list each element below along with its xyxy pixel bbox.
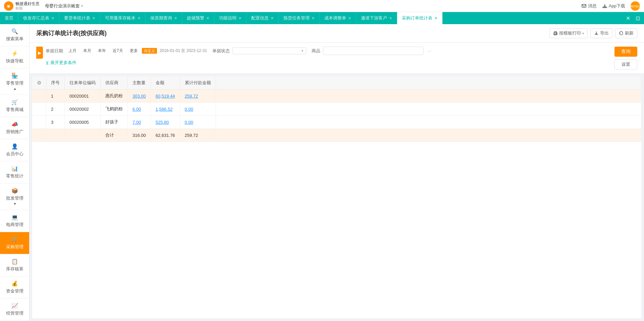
- tab-close-icon[interactable]: ✕: [51, 16, 54, 20]
- tab-goods-summary[interactable]: 要货单统计表 ✕: [59, 12, 100, 24]
- quantity-link[interactable]: 6.00: [132, 107, 141, 112]
- marketing-icon: 📣: [11, 121, 18, 127]
- tab-close-icon[interactable]: ✕: [206, 16, 209, 20]
- date-shortcuts: 上月 本月 本年 近7天 更多 自定义: [66, 47, 157, 54]
- logo-icon: 畅: [4, 1, 13, 11]
- expand-filter-button[interactable]: ⊻ 展开更多条件: [46, 60, 76, 66]
- amount-link[interactable]: 1,586.52: [156, 107, 173, 112]
- sidebar-item-wholesale-mgmt[interactable]: 📦 批发管理 ▼: [0, 183, 29, 210]
- tab-config-info[interactable]: 配置信息 ✕: [247, 12, 279, 24]
- status-select[interactable]: ▾: [232, 47, 306, 54]
- message-icon: [581, 3, 587, 9]
- search-icon: 🔍: [11, 28, 18, 35]
- export-button[interactable]: 导出: [590, 28, 612, 38]
- tab-usable-inventory[interactable]: 可用量库存账本 ✕: [100, 12, 146, 24]
- goods-input-more[interactable]: ···: [426, 48, 433, 53]
- date-shortcut-7days[interactable]: 近7天: [110, 47, 126, 54]
- status-select-arrow: ▾: [302, 49, 303, 53]
- query-button[interactable]: 查询: [614, 47, 637, 57]
- sidebar-item-member-center[interactable]: 👤 会员中心: [0, 139, 29, 161]
- tab-maximize-button[interactable]: ⊡: [634, 14, 641, 23]
- col-quantity: 主数量: [128, 76, 151, 90]
- tab-cost-adjust[interactable]: 成本调整单 ✕: [320, 12, 356, 24]
- sidebar-item-capital-mgmt[interactable]: 💰 资金管理: [0, 276, 29, 299]
- svg-text:畅: 畅: [7, 5, 10, 8]
- tab-receive-summary[interactable]: 收发存汇总表 ✕: [18, 12, 59, 24]
- paid-amount-link[interactable]: 0.00: [185, 107, 193, 112]
- amount-link[interactable]: 60,519.44: [156, 94, 175, 99]
- tab-pick-task[interactable]: 拣货任务管理 ✕: [279, 12, 320, 24]
- setting-button[interactable]: 设置: [614, 59, 637, 69]
- tab-close-icon[interactable]: ✕: [92, 16, 95, 20]
- sidebar-item-retail-store[interactable]: 🛒 零售商城: [0, 95, 29, 117]
- tab-invite-downstream[interactable]: 邀请下游客户 ✕: [356, 12, 397, 24]
- top-bar: 畅 畅捷通好生意 标版 母婴行业演示账套 ▾ 消息 App下载 demo2: [0, 0, 644, 12]
- sidebar-item-purchase-mgmt[interactable]: 🛒 采购管理: [0, 232, 29, 254]
- paid-amount-link[interactable]: 0.00: [185, 120, 193, 125]
- status-filter-label: 单据状态: [212, 48, 230, 54]
- sidebar-item-marketing[interactable]: 📣 营销推广: [0, 117, 29, 139]
- message-button[interactable]: 消息: [581, 3, 597, 9]
- expand-arrow-icon: ▼: [13, 202, 17, 206]
- amount-link[interactable]: 525.80: [156, 120, 169, 125]
- tab-close-window-button[interactable]: ✕: [625, 14, 632, 23]
- row-no-cell: 1: [46, 90, 65, 103]
- tab-close-icon[interactable]: ✕: [271, 16, 274, 20]
- print-icon: [553, 31, 558, 36]
- settings-gear-icon[interactable]: ⚙: [37, 80, 41, 86]
- cart-icon: 🛒: [11, 99, 18, 105]
- row-no-cell: 3: [46, 116, 65, 129]
- inventory-icon: 📋: [11, 258, 18, 265]
- tab-close-icon[interactable]: ✕: [238, 16, 241, 20]
- sidebar-item-ecommerce-mgmt[interactable]: 💻 电商管理: [0, 210, 29, 232]
- row-unit-code-cell: 00020002: [65, 103, 101, 116]
- sidebar-item-retail-stats[interactable]: 📊 零售统计: [0, 161, 29, 183]
- sidebar-item-retail-mgmt[interactable]: 🏪 零售管理 ▲: [0, 68, 29, 95]
- tab-close-icon[interactable]: ✕: [389, 16, 392, 20]
- store-icon: 🏪: [11, 72, 18, 79]
- sidebar-item-inventory-check[interactable]: 📋 库存核算: [0, 254, 29, 276]
- print-button[interactable]: 按模板打印 ▾: [549, 28, 588, 38]
- sidebar-item-quick-nav[interactable]: ⚡ 快捷导航: [0, 46, 29, 68]
- col-settings[interactable]: ⚙: [32, 76, 46, 90]
- quantity-link[interactable]: 303.00: [132, 94, 146, 99]
- export-icon: [594, 31, 599, 36]
- tab-close-icon[interactable]: ✕: [434, 16, 437, 20]
- sidebar-item-business-mgmt[interactable]: 📈 经营管理: [0, 299, 29, 321]
- date-filter-group: 单据日期 上月 本月 本年 近7天 更多 自定义 2016-01-01 至 20…: [46, 47, 207, 54]
- page-header: 采购订单统计表(按供应商) 按模板打印 ▾ 导出 刷新: [30, 24, 644, 43]
- row-supplier-cell: 惠氏奶粉: [101, 90, 128, 103]
- app-download-button[interactable]: App下载: [602, 3, 625, 9]
- tab-close-icon[interactable]: ✕: [174, 16, 177, 20]
- query-btn-group: 查询 设置: [614, 47, 637, 69]
- tab-close-icon[interactable]: ✕: [312, 16, 315, 20]
- date-shortcut-last-month[interactable]: 上月: [66, 47, 79, 54]
- date-custom-badge[interactable]: 自定义: [142, 48, 157, 54]
- date-shortcut-this-year[interactable]: 本年: [95, 47, 109, 54]
- tab-home[interactable]: 首页: [0, 12, 18, 24]
- filter-collapse-button[interactable]: ▶: [36, 47, 43, 59]
- sidebar-item-search[interactable]: 🔍 搜索英单: [0, 24, 29, 46]
- table-header-row: ⚙ 序号 往来单位编码 供应商 主数量 金额 累计付款金额: [32, 76, 641, 90]
- quantity-link[interactable]: 7.00: [132, 120, 141, 125]
- date-shortcut-this-month[interactable]: 本月: [80, 47, 94, 54]
- date-shortcut-more[interactable]: 更多: [127, 47, 141, 54]
- tab-purchase-summary[interactable]: 采购订单统计表 ✕: [397, 12, 442, 24]
- workspace-selector[interactable]: 母婴行业演示账套 ▾: [42, 2, 86, 10]
- refresh-button[interactable]: 刷新: [615, 28, 637, 38]
- user-avatar[interactable]: demo2: [631, 1, 640, 11]
- tab-function-desc[interactable]: 功能说明 ✕: [214, 12, 247, 24]
- row-paid-amount-cell: 0.00: [180, 103, 216, 116]
- lightning-icon: ⚡: [11, 50, 18, 57]
- goods-input[interactable]: [323, 47, 424, 55]
- date-filter-label: 单据日期: [46, 48, 63, 54]
- row-supplier-cell: 好孩子: [101, 116, 128, 129]
- total-paid-amount: 259.72: [180, 129, 216, 142]
- tab-close-icon[interactable]: ✕: [138, 16, 141, 20]
- tab-expiry-query[interactable]: 保质期查询 ✕: [146, 12, 182, 24]
- total-label: 合计: [101, 129, 128, 142]
- paid-amount-link[interactable]: 259.72: [185, 94, 198, 99]
- member-icon: 👤: [11, 143, 18, 150]
- tab-overstock-warning[interactable]: 超储预警 ✕: [182, 12, 214, 24]
- tab-close-icon[interactable]: ✕: [348, 16, 351, 20]
